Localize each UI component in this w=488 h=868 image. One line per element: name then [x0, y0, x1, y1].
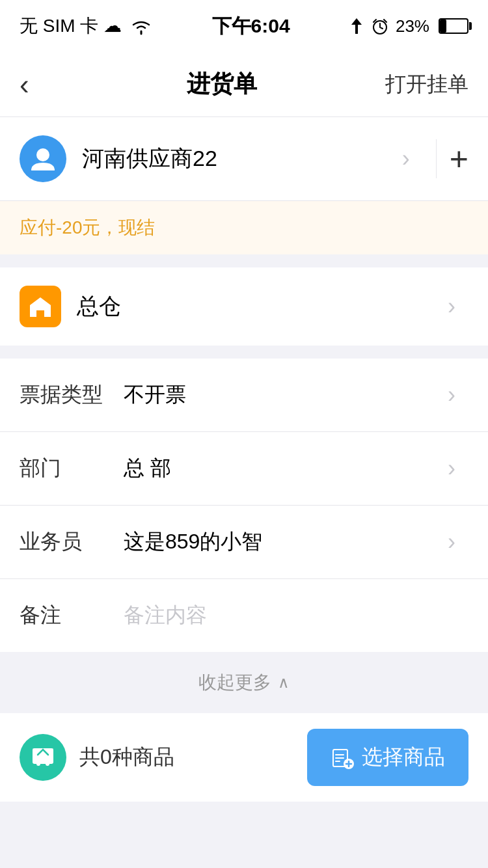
cart-icon: [29, 743, 57, 772]
supplier-card: 河南供应商22 › + 应付-20元，现结: [0, 117, 488, 254]
user-icon: [29, 144, 57, 173]
location-icon: [349, 17, 364, 35]
open-pending-button[interactable]: 打开挂单: [385, 70, 468, 99]
divider: [436, 139, 437, 178]
collapse-icon: ∧: [278, 673, 290, 692]
battery-percent: 23%: [396, 16, 429, 36]
invoice-type-value: 不开票: [111, 381, 448, 409]
nav-bar: ‹ 进货单 打开挂单: [0, 52, 488, 117]
status-time: 下午6:04: [212, 13, 290, 40]
add-supplier-button[interactable]: +: [450, 142, 468, 175]
product-bar: 共0种商品 选择商品: [0, 713, 488, 802]
department-value: 总 部: [111, 454, 448, 483]
select-product-button[interactable]: 选择商品: [307, 729, 468, 786]
content: 河南供应商22 › + 应付-20元，现结 总仓 › 票据类型 不开票 ›: [0, 117, 488, 868]
product-icon: [20, 734, 66, 781]
invoice-type-chevron-icon: ›: [448, 381, 455, 409]
salesperson-row[interactable]: 业务员 这是859的小智 ›: [0, 506, 488, 579]
remark-label: 备注: [20, 601, 111, 630]
salesperson-chevron-icon: ›: [448, 528, 455, 556]
status-bar: 无 SIM 卡 ☁ 下午6:04 23%: [0, 0, 488, 52]
svg-point-4: [36, 762, 40, 766]
department-chevron-icon: ›: [448, 455, 455, 482]
remark-row[interactable]: 备注 备注内容: [0, 579, 488, 652]
svg-point-1: [36, 148, 49, 161]
warehouse-card: 总仓 ›: [0, 267, 488, 346]
department-row[interactable]: 部门 总 部 ›: [0, 432, 488, 506]
invoice-type-row[interactable]: 票据类型 不开票 ›: [0, 359, 488, 432]
page-title: 进货单: [187, 68, 257, 100]
collapse-row[interactable]: 收起更多 ∧: [0, 652, 488, 713]
product-count: 共0种商品: [79, 743, 307, 772]
alarm-icon: [371, 17, 389, 35]
supplier-name: 河南供应商22: [82, 144, 402, 174]
warehouse-row[interactable]: 总仓 ›: [0, 267, 488, 346]
supplier-row[interactable]: 河南供应商22 › +: [0, 117, 488, 201]
warehouse-name: 总仓: [77, 292, 448, 321]
sim-label: 无 SIM 卡 ☁: [20, 14, 122, 38]
status-right: 23%: [349, 16, 468, 36]
supplier-avatar: [20, 135, 66, 182]
warehouse-icon: [20, 286, 61, 327]
gray-bottom-area: [0, 802, 488, 868]
department-label: 部门: [20, 454, 111, 483]
select-product-label: 选择商品: [362, 743, 445, 772]
svg-point-5: [46, 762, 49, 766]
salesperson-label: 业务员: [20, 528, 111, 556]
notice-text: 应付-20元，现结: [20, 217, 155, 237]
salesperson-value: 这是859的小智: [111, 528, 448, 556]
battery-icon: [439, 18, 468, 34]
wifi-icon: [129, 17, 153, 35]
warehouse-chevron-icon: ›: [448, 293, 455, 320]
invoice-type-label: 票据类型: [20, 381, 111, 409]
status-left: 无 SIM 卡 ☁: [20, 14, 153, 38]
notice-banner: 应付-20元，现结: [0, 201, 488, 254]
house-icon: [27, 293, 53, 319]
select-product-icon: [331, 746, 354, 769]
form-section: 票据类型 不开票 › 部门 总 部 › 业务员 这是859的小智 › 备注 备注…: [0, 359, 488, 652]
remark-input[interactable]: 备注内容: [111, 601, 468, 630]
collapse-label: 收起更多: [198, 670, 271, 695]
supplier-chevron-icon: ›: [402, 145, 410, 172]
back-button[interactable]: ‹: [20, 68, 59, 101]
